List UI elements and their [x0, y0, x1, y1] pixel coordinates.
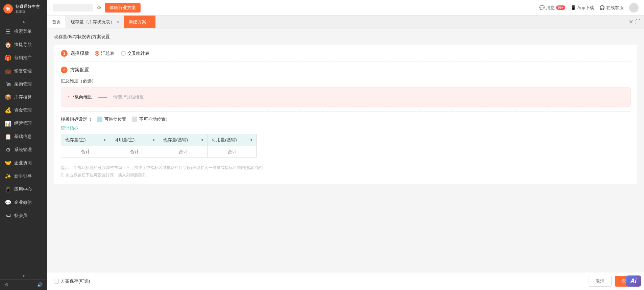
sidebar-item-cooperation[interactable]: 🤝 企业协同 — [0, 156, 47, 170]
radio-cross[interactable]: 交叉统计表 — [121, 50, 149, 56]
save-checkbox[interactable] — [54, 279, 59, 284]
non-draggable-indicator: 不可拖动位置） — [132, 116, 170, 122]
messages-count: 99+ — [556, 5, 565, 10]
sidebar-item-search-menu[interactable]: ☰ 搜索菜单 — [0, 25, 47, 38]
money-icon: 💰 — [5, 107, 11, 114]
settings-gear-icon[interactable]: ⚙ — [97, 4, 101, 11]
sidebar-footer: ⚙ 🔊 — [0, 279, 47, 290]
tabs-bar: 首页 现存量（库存状况表） × 新建方案 × ✕ ⛶ — [47, 16, 644, 28]
step2-header: 2 方案配置 — [61, 67, 630, 73]
wechat-icon: 💬 — [5, 199, 11, 206]
chevron-down-icon-1[interactable]: ▾ — [104, 138, 106, 142]
tab-expand-icon[interactable]: ⛶ — [635, 19, 641, 25]
sidebar-header: 畅 畅赚通好生意 标准版 — [0, 0, 47, 18]
stats-col-2-header[interactable]: 可用量(主) ▾ — [110, 134, 159, 146]
stats-table-header: 现存量(主) ▾ 可用量(主) ▾ 现存量(基辅) ▾ 可用量(基辅) ▾ — [61, 134, 256, 146]
footer-settings-icon[interactable]: ⚙ — [5, 282, 9, 287]
list-icon: 📋 — [5, 134, 11, 140]
topbar: ⚙ 体验行业方案 💬 消息 99+ 📱 App下载 🎧 在线客服 — [47, 0, 644, 16]
tab-inventory-close[interactable]: × — [117, 20, 119, 24]
stats-col-4-header[interactable]: 可用量(基辅) ▾ — [208, 134, 256, 146]
sidebar: 畅 畅赚通好生意 标准版 ▲ ☰ 搜索菜单 🏠 快捷导航 🎁 营销推广 💼 销售… — [0, 0, 47, 290]
tab-new-plan[interactable]: 新建方案 × — [124, 16, 156, 28]
user-avatar[interactable] — [629, 3, 639, 13]
step2-label: 方案配置 — [70, 67, 89, 73]
stats-section-label: 统计指标 — [61, 125, 630, 131]
briefcase-icon: 💼 — [5, 68, 11, 74]
sidebar-nav: ☰ 搜索菜单 🏠 快捷导航 🎁 营销推广 💼 销售管理 🛍 采购管理 📦 库存核… — [0, 25, 47, 272]
app-download-item[interactable]: 📱 App下载 — [571, 5, 594, 11]
tips-section: 提示： 1.拖动标题栏可以调整布局，不可跨维度或指标区域拖动栏目字段(只能在同一… — [61, 164, 630, 179]
stats-table-row: 合计 合计 合计 合计 — [61, 146, 256, 158]
trial-button[interactable]: 体验行业方案 — [105, 3, 141, 13]
sidebar-item-basic-info[interactable]: 📋 基础信息 — [0, 130, 47, 143]
tip2: 2. 点击标题栏下拉可设置排序、插入列和删除列 — [61, 172, 630, 179]
search-input[interactable] — [53, 4, 93, 11]
tab-home[interactable]: 首页 — [47, 16, 66, 28]
sidebar-scroll-up[interactable]: ▲ — [0, 18, 47, 25]
step1-badge: 1 — [61, 50, 68, 57]
tab-new-plan-close[interactable]: × — [148, 20, 151, 24]
messages-badge-item[interactable]: 💬 消息 99+ — [539, 5, 565, 11]
save-option[interactable]: 方案保存(可选) — [54, 278, 90, 284]
chevron-down-icon-4[interactable]: ▾ — [250, 138, 252, 142]
chart-icon: 📊 — [5, 120, 11, 127]
sidebar-item-purchase[interactable]: 🛍 采购管理 — [0, 78, 47, 91]
radio-summary[interactable]: 汇总表 — [95, 50, 114, 56]
sidebar-item-finance[interactable]: 💰 资金管理 — [0, 104, 47, 117]
content-area: 现存量(库存状况表)方案设置 1 选择模板 汇总表 交叉统计表 — [47, 28, 644, 272]
topbar-left: ⚙ 体验行业方案 — [53, 3, 141, 13]
sidebar-item-operations[interactable]: 📊 经营管理 — [0, 117, 47, 130]
bottom-bar: 方案保存(可选) 取消 查询 — [47, 272, 644, 290]
sidebar-item-member[interactable]: 🏷 畅会员 — [0, 209, 47, 222]
sidebar-item-sales[interactable]: 💼 销售管理 — [0, 65, 47, 78]
mobile-icon: 📱 — [5, 186, 11, 193]
stats-col-1-header[interactable]: 现存量(主) ▾ — [61, 134, 110, 146]
non-draggable-color-box — [132, 117, 137, 122]
chevron-down-icon-3[interactable]: ▾ — [201, 138, 203, 142]
radio-dot-summary — [95, 51, 99, 56]
tabs-actions: ✕ ⛶ — [629, 19, 644, 25]
home-icon: 🏠 — [5, 42, 11, 48]
online-service-item[interactable]: 🎧 在线客服 — [599, 5, 624, 11]
ai-badge[interactable]: Ai — [626, 275, 641, 287]
footer-audio-icon[interactable]: 🔊 — [37, 282, 43, 287]
page-title: 现存量(库存状况表)方案设置 — [54, 34, 637, 40]
sidebar-item-quick-nav[interactable]: 🏠 快捷导航 — [0, 38, 47, 51]
template-radio-group: 汇总表 交叉统计表 — [95, 50, 149, 56]
tips-title: 提示： 1.拖动标题栏可以调整布局，不可跨维度或指标区域拖动栏目字段(只能在同一… — [61, 164, 630, 172]
dimension-required-area[interactable]: * *纵向维度 —— 请选择分组维度 — [61, 88, 630, 106]
template-indicator-prefix: 模板指标设定（ — [61, 116, 92, 122]
draggable-indicator: 可拖动位置 — [97, 116, 126, 122]
topbar-right: 💬 消息 99+ 📱 App下载 🎧 在线客服 — [539, 3, 639, 13]
sidebar-item-new-guide[interactable]: ✨ 新手引导 — [0, 170, 47, 183]
sidebar-item-app-center[interactable]: 📱 应用中心 — [0, 183, 47, 196]
phone-icon: 📱 — [571, 5, 576, 10]
sidebar-item-marketing[interactable]: 🎁 营销推广 — [0, 51, 47, 65]
tab-inventory[interactable]: 现存量（库存状况表） × — [66, 16, 124, 28]
step1-header: 1 选择模板 汇总表 交叉统计表 — [61, 50, 630, 57]
required-asterisk: * — [68, 95, 70, 100]
cancel-button[interactable]: 取消 — [589, 276, 612, 287]
app-title: 畅赚通好生意 标准版 — [16, 4, 40, 14]
draggable-color-box — [97, 117, 102, 122]
sidebar-item-inventory[interactable]: 📦 库存核算 — [0, 91, 47, 104]
step1-label: 选择模板 — [70, 50, 89, 56]
sidebar-item-wechat[interactable]: 💬 企业微信 — [0, 196, 47, 209]
tab-close-icon[interactable]: ✕ — [629, 19, 633, 25]
divider-1 — [61, 62, 630, 62]
message-icon: 💬 — [539, 5, 545, 10]
search-menu-icon: ☰ — [5, 28, 11, 35]
stats-table: 现存量(主) ▾ 可用量(主) ▾ 现存量(基辅) ▾ 可用量(基辅) ▾ — [61, 134, 257, 158]
config-card: 1 选择模板 汇总表 交叉统计表 2 方案配置 — [54, 45, 637, 184]
tag-icon: 🏷 — [5, 213, 11, 219]
step2-badge: 2 — [61, 67, 68, 73]
stats-col-3-header[interactable]: 现存量(基辅) ▾ — [159, 134, 208, 146]
sidebar-item-system[interactable]: ⚙ 系统管理 — [0, 143, 47, 156]
sidebar-scroll-down[interactable]: ▼ — [0, 272, 47, 279]
divider-2 — [61, 111, 630, 112]
box-icon: 📦 — [5, 94, 11, 100]
chevron-down-icon-2[interactable]: ▾ — [153, 138, 155, 142]
app-logo: 畅 — [3, 4, 13, 14]
gift-icon: 🎁 — [5, 55, 11, 61]
